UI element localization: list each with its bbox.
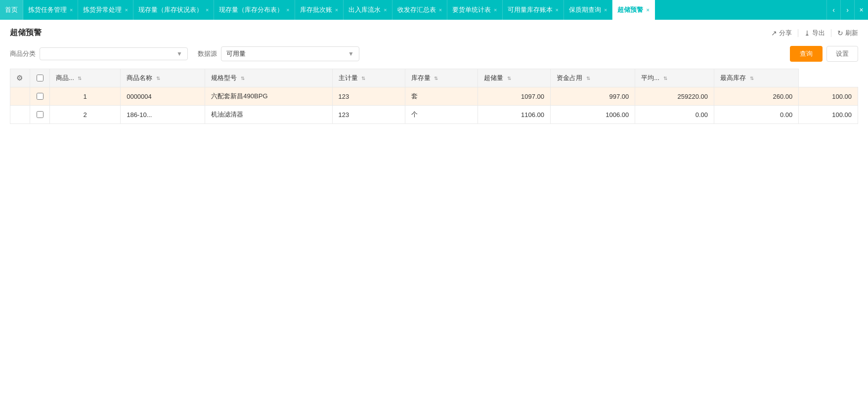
refresh-label: 刷新 (845, 29, 858, 38)
table-header: ⚙ 商品... ⇅ 商品名称 ⇅ 规格型号 ⇅ (10, 69, 858, 87)
nav-tab-flow-close[interactable]: × (384, 7, 387, 13)
nav-tab-order-stat[interactable]: 要货单统计表 × (447, 0, 502, 20)
th-capital-sort-icon[interactable]: ⇅ (586, 76, 590, 81)
export-action[interactable]: ⤓ 导出 (804, 29, 825, 38)
table-row: 1 0000004 六配套新昌490BPG 123 套 1097.00 997.… (10, 87, 858, 106)
td-stock-0: 1097.00 (477, 87, 550, 106)
nav-tab-batch-close[interactable]: × (335, 7, 338, 13)
nav-tab-expiry[interactable]: 保质期查询 × (564, 0, 612, 20)
nav-tab-flow[interactable]: 出入库流水 × (344, 0, 392, 20)
th-avg: 平均... ⇅ (635, 69, 714, 87)
nav-tab-home[interactable]: 首页 (0, 0, 23, 20)
td-spec-1: 123 (332, 106, 405, 124)
nav-arrow-right[interactable]: › (840, 0, 854, 20)
nav-arrows: ‹ › × (826, 0, 868, 20)
nav-tab-overstock-close[interactable]: × (646, 7, 649, 13)
td-checkbox-1 (30, 106, 50, 124)
nav-tab-summary[interactable]: 收发存汇总表 × (392, 0, 447, 20)
refresh-action[interactable]: ↻ 刷新 (837, 29, 858, 38)
nav-tab-stock-status-label: 现存量（库存状况表） (138, 5, 203, 14)
settings-button[interactable]: 设置 (826, 46, 858, 62)
page-content: 超储预警 ↗ 分享 ⤓ 导出 ↻ 刷新 商品分类 ▼ (0, 20, 868, 395)
nav-tab-summary-close[interactable]: × (439, 7, 442, 13)
td-avg-0: 260.00 (714, 87, 799, 106)
th-unit-sort-icon[interactable]: ⇅ (361, 76, 365, 81)
datasource-chevron-icon: ▼ (348, 50, 354, 57)
row-checkbox-1[interactable] (37, 111, 43, 118)
settings-gear-icon[interactable]: ⚙ (16, 74, 23, 82)
td-index-1: 2 (50, 106, 121, 124)
th-stock-sort-icon[interactable]: ⇅ (434, 76, 438, 81)
nav-arrow-close[interactable]: × (854, 0, 868, 20)
td-over-1: 1006.00 (551, 106, 635, 124)
query-button[interactable]: 查询 (790, 46, 823, 62)
datasource-label: 数据源 (198, 49, 217, 58)
divider-2 (831, 29, 831, 37)
td-checkbox-0 (30, 87, 50, 106)
th-checkbox (30, 69, 50, 87)
nav-tab-pick-exception-label: 拣货异常处理 (83, 5, 122, 14)
nav-tab-summary-label: 收发存汇总表 (397, 5, 436, 14)
data-table: ⚙ 商品... ⇅ 商品名称 ⇅ 规格型号 ⇅ (10, 69, 858, 124)
page-header: 超储预警 ↗ 分享 ⤓ 导出 ↻ 刷新 (10, 28, 858, 38)
table-row: 2 186-10... 机油滤清器 123 个 1106.00 1006.00 … (10, 106, 858, 124)
nav-tab-batch-label: 库存批次账 (300, 5, 332, 14)
nav-tab-flow-label: 出入库流水 (348, 5, 381, 14)
category-select[interactable]: ▼ (40, 47, 188, 60)
filter-actions: 查询 设置 (790, 46, 858, 62)
th-avg-label: 平均... (641, 74, 659, 81)
row-checkbox-0[interactable] (37, 93, 43, 100)
nav-tab-overstock[interactable]: 超储预警 × (612, 0, 654, 20)
th-over-sort-icon[interactable]: ⇅ (507, 76, 511, 81)
td-capital-0: 259220.00 (635, 87, 714, 106)
share-action[interactable]: ↗ 分享 (771, 29, 792, 38)
share-label: 分享 (779, 29, 792, 38)
th-spec: 规格型号 ⇅ (205, 69, 332, 87)
nav-tab-stock-status[interactable]: 现存量（库存状况表） × (133, 0, 214, 20)
category-label: 商品分类 (10, 49, 36, 58)
nav-tab-stock-status-close[interactable]: × (206, 7, 209, 13)
share-icon: ↗ (771, 29, 777, 37)
nav-tab-order-stat-label: 要货单统计表 (452, 5, 491, 14)
nav-tab-pick-task-close[interactable]: × (70, 7, 73, 13)
nav-tab-available-close[interactable]: × (556, 7, 559, 13)
datasource-select[interactable]: 可用量 ▼ (221, 46, 359, 61)
nav-tab-batch[interactable]: 库存批次账 × (295, 0, 344, 20)
th-spec-sort-icon[interactable]: ⇅ (241, 76, 245, 81)
th-unit-label: 主计量 (339, 74, 358, 81)
td-unit-0: 套 (405, 87, 477, 106)
td-stock-1: 1106.00 (477, 106, 550, 124)
th-code-sort-icon[interactable]: ⇅ (78, 76, 82, 81)
nav-tab-available-label: 可用量库存账本 (508, 5, 553, 14)
td-name-1: 机油滤清器 (205, 106, 332, 124)
category-chevron-icon: ▼ (176, 50, 182, 57)
top-navigation: 首页 拣货任务管理 × 拣货异常处理 × 现存量（库存状况表） × 现存量（库存… (0, 0, 868, 20)
th-capital-label: 资金占用 (557, 74, 582, 81)
td-code-0: 0000004 (121, 87, 205, 106)
th-spec-label: 规格型号 (211, 74, 237, 81)
td-capital-1: 0.00 (635, 106, 714, 124)
td-over-0: 997.00 (551, 87, 635, 106)
th-stock: 库存量 ⇅ (405, 69, 477, 87)
select-all-checkbox[interactable] (37, 75, 43, 81)
nav-tab-stock-dist-close[interactable]: × (286, 7, 289, 13)
th-name: 商品名称 ⇅ (121, 69, 205, 87)
nav-tab-pick-task[interactable]: 拣货任务管理 × (23, 0, 78, 20)
th-avg-sort-icon[interactable]: ⇅ (663, 76, 667, 81)
th-code: 商品... ⇅ (50, 69, 121, 87)
td-settings-0 (10, 87, 30, 106)
page-title: 超储预警 (10, 28, 42, 38)
nav-arrow-left[interactable]: ‹ (826, 0, 840, 20)
nav-tab-pick-task-label: 拣货任务管理 (28, 5, 67, 14)
nav-tab-pick-exception-close[interactable]: × (125, 7, 128, 13)
nav-tab-order-stat-close[interactable]: × (494, 7, 497, 13)
nav-tab-available[interactable]: 可用量库存账本 × (503, 0, 564, 20)
nav-tab-pick-exception[interactable]: 拣货异常处理 × (78, 0, 133, 20)
th-max-sort-icon[interactable]: ⇅ (750, 76, 754, 81)
nav-tab-overstock-label: 超储预警 (617, 5, 643, 14)
th-code-label: 商品... (56, 74, 74, 81)
td-name-0: 六配套新昌490BPG (205, 87, 332, 106)
th-name-sort-icon[interactable]: ⇅ (156, 76, 160, 81)
nav-tab-stock-dist[interactable]: 现存量（库存分布表） × (214, 0, 295, 20)
nav-tab-expiry-close[interactable]: × (604, 7, 607, 13)
